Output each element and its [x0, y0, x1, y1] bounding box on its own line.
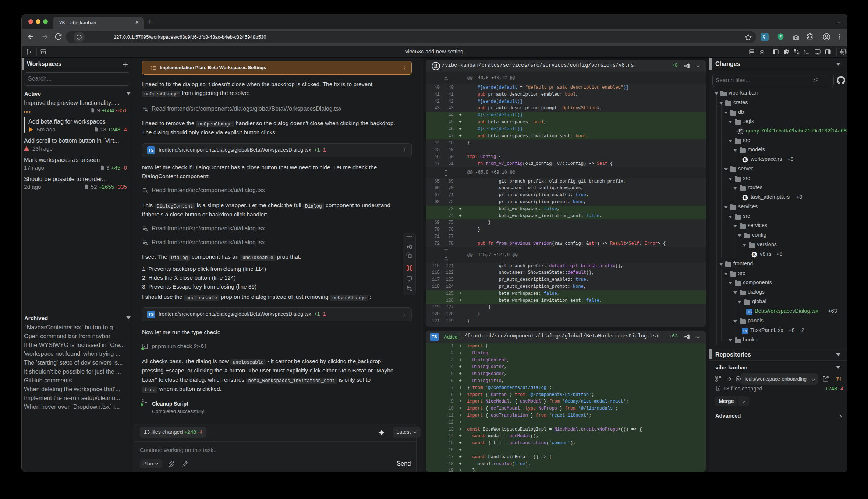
svg-text:R: R: [744, 158, 747, 162]
svg-text:R: R: [744, 195, 747, 199]
svg-text:R: R: [434, 63, 438, 69]
svg-text:£: £: [780, 35, 782, 39]
svg-text:R: R: [753, 252, 756, 256]
